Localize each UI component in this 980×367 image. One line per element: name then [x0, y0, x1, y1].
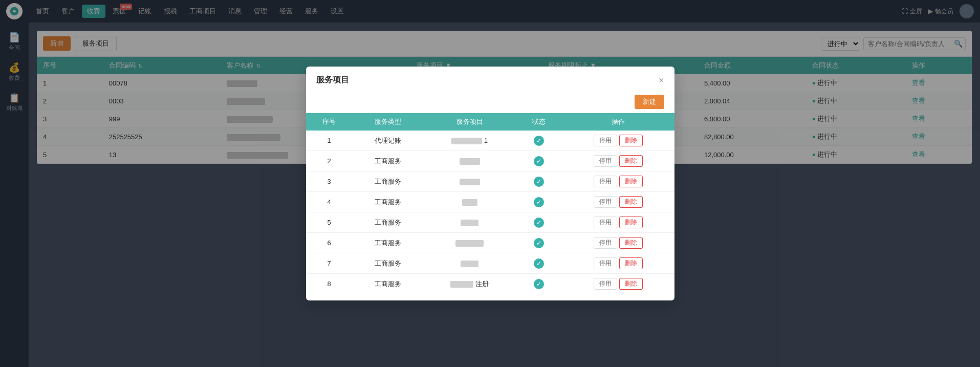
modal-col-type: 服务类型	[353, 113, 424, 131]
modal-col-seq: 序号	[306, 113, 353, 131]
list-item: 5 工商服务 ✓ 停用 删除	[306, 212, 674, 233]
modal-cell-actions: 停用 删除	[562, 171, 674, 192]
modal-cell-actions: 停用 删除	[562, 274, 674, 294]
modal-cell-seq: 5	[306, 212, 353, 233]
modal-cell-seq: 2	[306, 151, 353, 171]
modal-cell-type: 工商服务	[353, 212, 424, 233]
modal-title: 服务项目	[316, 75, 349, 85]
modal-close-button[interactable]: ×	[659, 76, 664, 85]
status-check-icon: ✓	[534, 197, 544, 207]
stop-button[interactable]: 停用	[594, 196, 617, 208]
list-item: 1 代理记账 1 ✓ 停用 删除	[306, 131, 674, 151]
modal-table: 序号 服务类型 服务项目 状态 操作 1 代理记账 1 ✓	[306, 113, 674, 294]
stop-button[interactable]: 停用	[594, 278, 617, 290]
delete-button[interactable]: 删除	[619, 155, 643, 167]
modal-overlay[interactable]: 服务项目 × 新建 序号 服务类型 服务项目 状态 操作 1	[0, 0, 980, 367]
modal-cell-status: ✓	[516, 192, 562, 212]
modal-body: 序号 服务类型 服务项目 状态 操作 1 代理记账 1 ✓	[306, 113, 674, 300]
modal-cell-item	[424, 212, 516, 233]
modal-cell-seq: 8	[306, 274, 353, 294]
modal-cell-actions: 停用 删除	[562, 151, 674, 171]
modal-cell-item: 1	[424, 131, 516, 151]
status-check-icon: ✓	[534, 177, 544, 187]
modal-cell-status: ✓	[516, 131, 562, 151]
stop-button[interactable]: 停用	[594, 176, 617, 187]
modal-cell-item	[424, 192, 516, 212]
delete-button[interactable]: 删除	[619, 135, 643, 146]
modal-header-row: 序号 服务类型 服务项目 状态 操作	[306, 113, 674, 131]
modal-cell-actions: 停用 删除	[562, 253, 674, 274]
modal-col-status: 状态	[516, 113, 562, 131]
modal-cell-item	[424, 233, 516, 253]
status-check-icon: ✓	[534, 136, 544, 146]
list-item: 2 工商服务 ✓ 停用 删除	[306, 151, 674, 171]
status-check-icon: ✓	[534, 258, 544, 269]
delete-button[interactable]: 删除	[619, 237, 643, 249]
stop-button[interactable]: 停用	[594, 155, 617, 167]
stop-button[interactable]: 停用	[594, 135, 617, 146]
modal-cell-status: ✓	[516, 274, 562, 294]
modal-cell-type: 工商服务	[353, 151, 424, 171]
list-item: 8 工商服务 注册 ✓ 停用 删除	[306, 274, 674, 294]
modal-col-action: 操作	[562, 113, 674, 131]
modal-cell-status: ✓	[516, 212, 562, 233]
delete-button[interactable]: 删除	[619, 196, 643, 208]
stop-button[interactable]: 停用	[594, 237, 617, 249]
modal-cell-item	[424, 253, 516, 274]
status-check-icon: ✓	[534, 156, 544, 166]
modal-cell-status: ✓	[516, 151, 562, 171]
modal-cell-type: 代理记账	[353, 131, 424, 151]
modal-cell-actions: 停用 删除	[562, 131, 674, 151]
modal-cell-status: ✓	[516, 233, 562, 253]
delete-button[interactable]: 删除	[619, 257, 643, 269]
delete-button[interactable]: 删除	[619, 278, 643, 290]
stop-button[interactable]: 停用	[594, 217, 617, 228]
modal-cell-seq: 1	[306, 131, 353, 151]
modal-col-item: 服务项目	[424, 113, 516, 131]
modal-cell-actions: 停用 删除	[562, 192, 674, 212]
modal-cell-status: ✓	[516, 253, 562, 274]
modal-cell-seq: 7	[306, 253, 353, 274]
delete-button[interactable]: 删除	[619, 176, 643, 187]
modal-cell-status: ✓	[516, 171, 562, 192]
modal-cell-type: 工商服务	[353, 253, 424, 274]
stop-button[interactable]: 停用	[594, 257, 617, 269]
status-check-icon: ✓	[534, 218, 544, 228]
modal-cell-seq: 3	[306, 171, 353, 192]
modal-cell-item	[424, 171, 516, 192]
delete-button[interactable]: 删除	[619, 217, 643, 228]
modal-cell-type: 工商服务	[353, 192, 424, 212]
modal-new-button[interactable]: 新建	[635, 95, 664, 109]
list-item: 3 工商服务 ✓ 停用 删除	[306, 171, 674, 192]
status-check-icon: ✓	[534, 238, 544, 248]
modal-cell-type: 工商服务	[353, 233, 424, 253]
modal-cell-type: 工商服务	[353, 274, 424, 294]
list-item: 4 工商服务 ✓ 停用 删除	[306, 192, 674, 212]
modal-cell-actions: 停用 删除	[562, 212, 674, 233]
modal-header: 服务项目 ×	[306, 67, 674, 91]
status-check-icon: ✓	[534, 279, 544, 289]
modal-cell-item: 注册	[424, 274, 516, 294]
service-modal: 服务项目 × 新建 序号 服务类型 服务项目 状态 操作 1	[306, 67, 674, 300]
modal-cell-seq: 4	[306, 192, 353, 212]
modal-cell-item	[424, 151, 516, 171]
modal-cell-type: 工商服务	[353, 171, 424, 192]
list-item: 7 工商服务 ✓ 停用 删除	[306, 253, 674, 274]
list-item: 6 工商服务 ✓ 停用 删除	[306, 233, 674, 253]
modal-cell-seq: 6	[306, 233, 353, 253]
modal-cell-actions: 停用 删除	[562, 233, 674, 253]
modal-toolbar: 新建	[306, 91, 674, 113]
